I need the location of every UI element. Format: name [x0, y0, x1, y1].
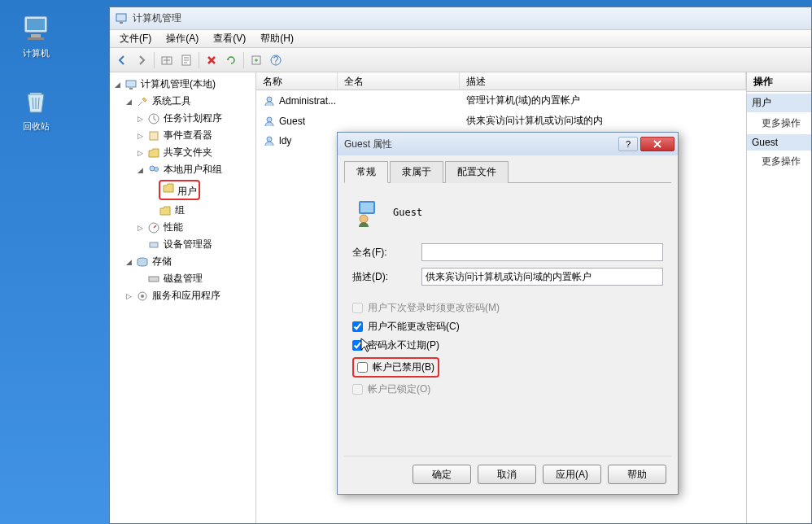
dialog-tabs: 常规 隶属于 配置文件 [344, 160, 671, 183]
svg-point-25 [267, 137, 272, 142]
device-icon [147, 238, 160, 251]
toolbar-help-button[interactable]: ? [267, 51, 285, 69]
user-icon [263, 134, 276, 147]
tree-system-tools[interactable]: ◢ 系统工具 [110, 93, 255, 110]
toolbar: ? [110, 48, 811, 72]
expand-icon[interactable]: ◢ [136, 166, 144, 174]
menu-view[interactable]: 查看(V) [207, 30, 252, 47]
titlebar: 计算机管理 [110, 7, 811, 30]
tree-shared-folders[interactable]: ▷ 共享文件夹 [110, 144, 255, 161]
toolbar-back-button[interactable] [113, 51, 131, 69]
tree-local-users-label: 本地用户和组 [164, 163, 222, 177]
actions-more-1[interactable]: 更多操作 [747, 114, 811, 133]
row-fullname [338, 120, 460, 123]
tree-device-manager[interactable]: 设备管理器 [110, 236, 255, 253]
checkbox-never-expire[interactable] [352, 340, 363, 351]
menubar: 文件(F) 操作(A) 查看(V) 帮助(H) [110, 30, 811, 48]
svg-rect-3 [28, 37, 44, 40]
tab-profile[interactable]: 配置文件 [445, 161, 509, 183]
checkbox-account-disabled[interactable] [357, 362, 368, 373]
cancel-button[interactable]: 取消 [478, 465, 536, 484]
guest-properties-dialog: Guest 属性 ? 常规 隶属于 配置文件 Guest 全名(F): 描述(D… [337, 132, 679, 495]
tree-storage[interactable]: ◢ 存储 [110, 253, 255, 270]
actions-section-users: 用户 [747, 94, 811, 112]
col-name[interactable]: 名称 [256, 72, 338, 90]
desktop-recycle-icon[interactable]: 回收站 [11, 85, 60, 133]
window-title: 计算机管理 [133, 11, 181, 25]
svg-rect-2 [31, 34, 41, 37]
expand-icon[interactable]: ◢ [124, 258, 133, 266]
ok-button[interactable]: 确定 [413, 465, 471, 484]
tree-panel: ◢ 计算机管理(本地) ◢ 系统工具 ▷ 任务计划程序 ▷ 事件查看器 ▷ [110, 72, 256, 523]
tree-local-users[interactable]: ◢ 本地用户和组 [110, 161, 255, 178]
tree-event-viewer[interactable]: ▷ 事件查看器 [110, 127, 255, 144]
user-icon [263, 94, 276, 107]
checkbox-never-expire-label: 密码永不过期(P) [368, 338, 439, 352]
tree-disk-management[interactable]: 磁盘管理 [110, 270, 255, 287]
expand-icon[interactable]: ◢ [113, 81, 121, 89]
checkbox-cannot-change[interactable] [352, 321, 363, 332]
tools-icon [136, 95, 149, 108]
desktop-computer-icon[interactable]: 计算机 [11, 11, 60, 59]
tree-storage-label: 存储 [152, 255, 172, 269]
checkbox-disabled-row[interactable]: 帐户已禁用(B) [344, 355, 671, 380]
expand-icon[interactable]: ◢ [124, 98, 133, 106]
computer-mgmt-icon [124, 78, 138, 91]
col-desc[interactable]: 描述 [460, 72, 746, 90]
list-row[interactable]: Guest 供来宾访问计算机或访问域的内 [256, 111, 746, 131]
menu-file[interactable]: 文件(F) [113, 30, 158, 47]
tree-event-viewer-label: 事件查看器 [164, 129, 212, 142]
tab-member[interactable]: 隶属于 [390, 161, 443, 183]
expand-icon[interactable]: ▷ [136, 224, 144, 232]
disk-icon [147, 273, 160, 286]
menu-action[interactable]: 操作(A) [159, 30, 205, 47]
storage-icon [136, 255, 149, 269]
list-row[interactable]: Administrat... 管理计算机(域)的内置帐户 [256, 90, 746, 111]
tree-task-scheduler[interactable]: ▷ 任务计划程序 [110, 110, 255, 127]
svg-rect-12 [129, 88, 133, 90]
apply-button[interactable]: 应用(A) [543, 465, 601, 484]
checkbox-account-disabled-label: 帐户已禁用(B) [373, 360, 434, 374]
help-button[interactable]: 帮助 [608, 465, 666, 484]
row-desc: 管理计算机(域)的内置帐户 [460, 92, 746, 109]
desktop-recycle-label: 回收站 [11, 120, 60, 133]
expand-icon[interactable]: ▷ [136, 149, 144, 157]
checkbox-locked-label: 帐户已锁定(O) [368, 382, 430, 396]
svg-rect-5 [120, 22, 123, 24]
tree-services-label: 服务和应用程序 [152, 289, 220, 303]
expand-icon[interactable]: ▷ [136, 115, 144, 123]
tree-root[interactable]: ◢ 计算机管理(本地) [110, 76, 255, 93]
dialog-close-button[interactable] [640, 137, 674, 151]
checkbox-never-expire-row[interactable]: 密码永不过期(P) [344, 336, 671, 355]
tree-services[interactable]: ▷ 服务和应用程序 [110, 287, 255, 304]
tree-system-tools-label: 系统工具 [152, 94, 191, 108]
tree-groups[interactable]: 组 [110, 202, 255, 219]
col-fullname[interactable]: 全名 [338, 72, 460, 90]
dialog-titlebar[interactable]: Guest 属性 ? [338, 133, 678, 155]
tab-general[interactable]: 常规 [344, 161, 388, 183]
toolbar-refresh-button[interactable] [222, 51, 240, 69]
performance-icon [147, 221, 160, 234]
folder-icon [159, 204, 172, 217]
toolbar-delete-button[interactable] [203, 51, 220, 69]
checkbox-cannot-change-row[interactable]: 用户不能更改密码(C) [344, 317, 671, 336]
toolbar-up-button[interactable] [158, 51, 176, 69]
shared-folder-icon [147, 146, 160, 159]
dialog-help-button[interactable]: ? [618, 137, 638, 151]
toolbar-forward-button[interactable] [133, 51, 151, 69]
actions-more-2[interactable]: 更多操作 [747, 152, 811, 171]
desc-input[interactable] [421, 268, 663, 286]
list-header: 名称 全名 描述 [256, 72, 746, 90]
expand-icon[interactable]: ▷ [136, 132, 144, 140]
tree-performance[interactable]: ▷ 性能 [110, 219, 255, 236]
expand-icon[interactable]: ▷ [124, 292, 133, 300]
tree-users[interactable]: 用户 [110, 178, 255, 202]
svg-point-24 [267, 117, 272, 122]
fullname-label: 全名(F): [352, 246, 413, 260]
svg-rect-18 [150, 242, 158, 247]
toolbar-properties-button[interactable] [177, 51, 195, 69]
menu-help[interactable]: 帮助(H) [254, 30, 300, 47]
fullname-input[interactable] [421, 243, 663, 261]
toolbar-export-button[interactable] [247, 51, 265, 69]
svg-point-16 [155, 167, 159, 171]
